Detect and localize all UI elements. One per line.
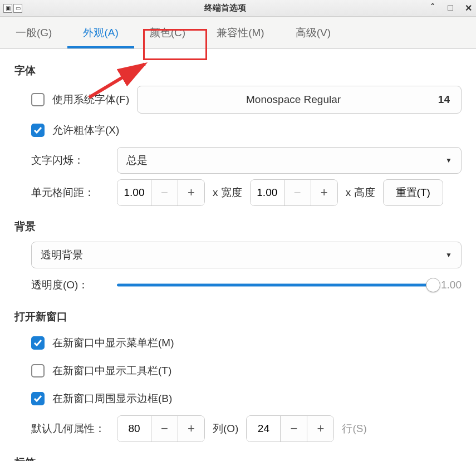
tab-bar: 一般(G) 外观(A) 颜色(C) 兼容性(M) 高级(V)	[0, 17, 476, 49]
label-cols: 列(O)	[213, 421, 238, 436]
cols-increment[interactable]: +	[178, 416, 204, 442]
label-show-border: 在新窗口周围显示边框(B)	[52, 391, 172, 406]
slider-track	[117, 284, 433, 287]
label-x-height: x 高度	[346, 185, 375, 200]
label-rows: 行(S)	[342, 421, 366, 436]
app-icon-2: ▭	[13, 4, 22, 13]
row-bg-mode: 透明背景 ▼	[31, 242, 462, 268]
label-show-toolbar: 在新窗口中显示工具栏(T)	[52, 364, 171, 378]
spin-cell-height: − +	[250, 179, 338, 206]
tab-color[interactable]: 颜色(C)	[134, 17, 201, 48]
checkbox-system-font[interactable]	[31, 93, 45, 106]
label-system-font: 使用系统字体(F)	[52, 92, 129, 107]
section-bg-title: 背景	[14, 219, 462, 234]
row-allow-bold: 允许粗体字(X)	[31, 119, 462, 141]
tab-general[interactable]: 一般(G)	[0, 17, 67, 48]
checkbox-show-menubar[interactable]	[31, 336, 45, 350]
label-show-menubar: 在新窗口中显示菜单栏(M)	[52, 336, 174, 350]
font-chooser-button[interactable]: Monospace Regular 14	[137, 86, 462, 114]
slider-thumb[interactable]	[426, 278, 440, 292]
row-show-border: 在新窗口周围显示边框(B)	[31, 388, 462, 410]
spin-cell-width: − +	[117, 179, 205, 206]
window-buttons: ˆ □ ✕	[428, 3, 473, 13]
titlebar-app-icons: ▣ ▭	[3, 4, 22, 13]
tab-compat[interactable]: 兼容性(M)	[201, 17, 279, 48]
row-show-menubar: 在新窗口中显示菜单栏(M)	[31, 332, 462, 354]
opacity-value: 1.00	[441, 279, 462, 291]
dropdown-blink-value: 总是	[126, 153, 445, 168]
maximize-button[interactable]: □	[446, 3, 455, 13]
cell-height-increment[interactable]: +	[311, 180, 337, 205]
cell-height-decrement[interactable]: −	[284, 180, 311, 205]
chevron-down-icon: ▼	[445, 251, 452, 259]
app-icon-1: ▣	[3, 4, 12, 13]
checkbox-show-border[interactable]	[31, 392, 45, 405]
close-button[interactable]: ✕	[464, 3, 473, 13]
cell-width-increment[interactable]: +	[178, 180, 204, 205]
row-blink: 文字闪烁： 总是 ▼	[31, 147, 462, 174]
font-name: Monospace Regular	[149, 94, 438, 106]
window-title: 终端首选项	[22, 3, 428, 13]
slider-opacity-wrap: 1.00	[117, 278, 462, 292]
row-opacity: 透明度(O)： 1.00	[31, 274, 462, 296]
checkbox-show-toolbar[interactable]	[31, 364, 45, 377]
label-opacity: 透明度(O)：	[31, 278, 109, 292]
label-allow-bold: 允许粗体字(X)	[52, 123, 119, 138]
row-geometry: 默认几何属性： − + 列(O) − + 行(S)	[31, 415, 462, 442]
cols-decrement[interactable]: −	[151, 416, 178, 442]
dropdown-blink[interactable]: 总是 ▼	[117, 147, 462, 174]
rows-increment[interactable]: +	[307, 416, 333, 442]
input-cell-width[interactable]	[117, 180, 151, 205]
slider-opacity[interactable]	[117, 278, 433, 292]
rows-decrement[interactable]: −	[280, 416, 307, 442]
label-geometry: 默认几何属性：	[31, 421, 109, 436]
titlebar: ▣ ▭ 终端首选项 ˆ □ ✕	[0, 0, 476, 17]
font-size: 14	[438, 94, 450, 106]
minimize-button[interactable]: ˆ	[428, 3, 437, 13]
content-pane: 字体 使用系统字体(F) Monospace Regular 14 允许粗体字(…	[0, 49, 476, 461]
label-x-width: x 宽度	[213, 185, 242, 200]
row-cell-spacing: 单元格间距： − + x 宽度 − + x 高度 重置(T)	[31, 179, 462, 206]
checkbox-allow-bold[interactable]	[31, 124, 45, 137]
section-tabs-title: 标签	[14, 455, 462, 461]
row-system-font: 使用系统字体(F) Monospace Regular 14	[31, 86, 462, 114]
label-cell-spacing: 单元格间距：	[31, 185, 109, 200]
cell-width-decrement[interactable]: −	[151, 180, 178, 205]
section-font-title: 字体	[14, 63, 462, 78]
input-rows[interactable]	[247, 416, 280, 442]
tab-appearance[interactable]: 外观(A)	[67, 17, 134, 48]
dropdown-bg-mode[interactable]: 透明背景 ▼	[31, 242, 462, 268]
input-cell-height[interactable]	[251, 180, 284, 205]
spin-rows: − +	[246, 415, 334, 442]
label-blink: 文字闪烁：	[31, 153, 109, 168]
dropdown-bg-value: 透明背景	[41, 248, 445, 262]
chevron-down-icon: ▼	[445, 156, 452, 164]
tab-advanced[interactable]: 高级(V)	[280, 17, 346, 48]
spin-cols: − +	[117, 415, 205, 442]
section-newwin-title: 打开新窗口	[14, 310, 462, 324]
reset-button[interactable]: 重置(T)	[383, 179, 443, 206]
input-cols[interactable]	[117, 416, 151, 442]
row-show-toolbar: 在新窗口中显示工具栏(T)	[31, 360, 462, 382]
